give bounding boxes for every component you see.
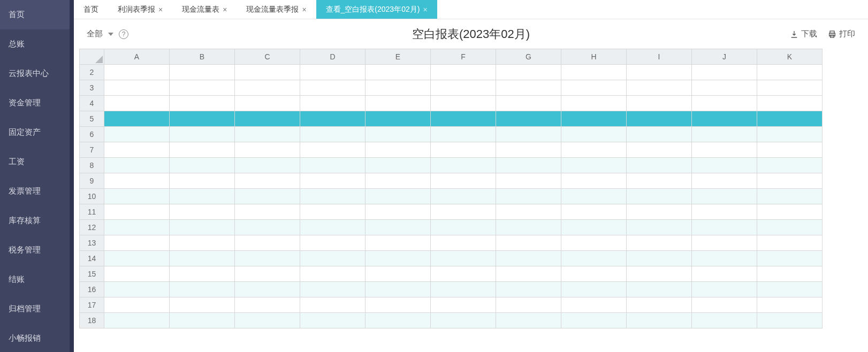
cell-G15[interactable]	[496, 266, 561, 282]
cell-C2[interactable]	[235, 65, 300, 80]
cell-B2[interactable]	[170, 65, 235, 80]
cell-F11[interactable]	[431, 204, 496, 220]
help-icon[interactable]: ?	[119, 29, 128, 39]
sidebar-scrollbar[interactable]	[70, 0, 74, 352]
cell-G6[interactable]	[496, 127, 561, 142]
cell-D17[interactable]	[300, 297, 366, 313]
cell-G3[interactable]	[496, 80, 561, 96]
row-header-4[interactable]: 4	[80, 96, 104, 111]
cell-I3[interactable]	[627, 80, 692, 96]
cell-G8[interactable]	[496, 158, 561, 173]
cell-C6[interactable]	[235, 127, 300, 142]
cell-D18[interactable]	[300, 313, 366, 328]
cell-H10[interactable]	[561, 189, 627, 204]
cell-I7[interactable]	[627, 142, 692, 158]
print-button[interactable]: 打印	[828, 29, 855, 39]
cell-E15[interactable]	[366, 266, 431, 282]
cell-J10[interactable]	[692, 189, 757, 204]
cell-E17[interactable]	[366, 297, 431, 313]
cell-E18[interactable]	[366, 313, 431, 328]
cell-H3[interactable]	[561, 80, 627, 96]
cell-A14[interactable]	[104, 251, 170, 266]
cell-A16[interactable]	[104, 282, 170, 297]
cell-I8[interactable]	[627, 158, 692, 173]
cell-C15[interactable]	[235, 266, 300, 282]
cell-H14[interactable]	[561, 251, 627, 266]
cell-F2[interactable]	[431, 65, 496, 80]
cell-K11[interactable]	[757, 204, 823, 220]
cell-B5[interactable]	[170, 111, 235, 127]
cell-D3[interactable]	[300, 80, 366, 96]
cell-K13[interactable]	[757, 235, 823, 251]
cell-B3[interactable]	[170, 80, 235, 96]
sidebar-item-ledger[interactable]: 总账	[0, 29, 70, 59]
sidebar-item-fund[interactable]: 资金管理	[0, 88, 70, 118]
cell-K7[interactable]	[757, 142, 823, 158]
column-header-J[interactable]: J	[692, 49, 757, 65]
cell-E14[interactable]	[366, 251, 431, 266]
cell-K9[interactable]	[757, 173, 823, 189]
cell-E12[interactable]	[366, 220, 431, 235]
cell-G4[interactable]	[496, 96, 561, 111]
cell-D5[interactable]	[300, 111, 366, 127]
cell-G14[interactable]	[496, 251, 561, 266]
row-header-18[interactable]: 18	[80, 313, 104, 328]
cell-F6[interactable]	[431, 127, 496, 142]
column-header-A[interactable]: A	[104, 49, 170, 65]
cell-I11[interactable]	[627, 204, 692, 220]
cell-G10[interactable]	[496, 189, 561, 204]
cell-J17[interactable]	[692, 297, 757, 313]
row-header-16[interactable]: 16	[80, 282, 104, 297]
cell-E5[interactable]	[366, 111, 431, 127]
cell-I2[interactable]	[627, 65, 692, 80]
select-all-corner[interactable]	[80, 49, 104, 65]
column-header-H[interactable]: H	[561, 49, 627, 65]
cell-D11[interactable]	[300, 204, 366, 220]
row-header-7[interactable]: 7	[80, 142, 104, 158]
cell-K6[interactable]	[757, 127, 823, 142]
cell-H12[interactable]	[561, 220, 627, 235]
cell-E10[interactable]	[366, 189, 431, 204]
row-header-14[interactable]: 14	[80, 251, 104, 266]
cell-E16[interactable]	[366, 282, 431, 297]
cell-J7[interactable]	[692, 142, 757, 158]
cell-B11[interactable]	[170, 204, 235, 220]
cell-H6[interactable]	[561, 127, 627, 142]
cell-B16[interactable]	[170, 282, 235, 297]
cell-J2[interactable]	[692, 65, 757, 80]
cell-K12[interactable]	[757, 220, 823, 235]
cell-H17[interactable]	[561, 297, 627, 313]
sidebar-item-salary[interactable]: 工资	[0, 147, 70, 177]
cell-H13[interactable]	[561, 235, 627, 251]
cell-A8[interactable]	[104, 158, 170, 173]
column-header-C[interactable]: C	[235, 49, 300, 65]
cell-F5[interactable]	[431, 111, 496, 127]
cell-B7[interactable]	[170, 142, 235, 158]
cell-E13[interactable]	[366, 235, 431, 251]
cell-B8[interactable]	[170, 158, 235, 173]
tab-4[interactable]: 查看_空白报表(2023年02月)×	[316, 0, 437, 19]
cell-D4[interactable]	[300, 96, 366, 111]
cell-C17[interactable]	[235, 297, 300, 313]
cell-A6[interactable]	[104, 127, 170, 142]
cell-E11[interactable]	[366, 204, 431, 220]
cell-C9[interactable]	[235, 173, 300, 189]
cell-A17[interactable]	[104, 297, 170, 313]
tab-3[interactable]: 现金流量表季报×	[237, 0, 316, 19]
cell-C8[interactable]	[235, 158, 300, 173]
cell-J16[interactable]	[692, 282, 757, 297]
cell-I12[interactable]	[627, 220, 692, 235]
filter-dropdown[interactable]: 全部 ?	[87, 29, 128, 39]
cell-C11[interactable]	[235, 204, 300, 220]
spreadsheet[interactable]: ABCDEFGHIJK23456789101112131415161718	[74, 49, 868, 352]
cell-C7[interactable]	[235, 142, 300, 158]
cell-H9[interactable]	[561, 173, 627, 189]
cell-F12[interactable]	[431, 220, 496, 235]
cell-C18[interactable]	[235, 313, 300, 328]
sidebar-item-expense[interactable]: 小畅报销	[0, 324, 70, 352]
cell-B14[interactable]	[170, 251, 235, 266]
cell-C12[interactable]	[235, 220, 300, 235]
cell-E9[interactable]	[366, 173, 431, 189]
cell-H11[interactable]	[561, 204, 627, 220]
cell-G17[interactable]	[496, 297, 561, 313]
